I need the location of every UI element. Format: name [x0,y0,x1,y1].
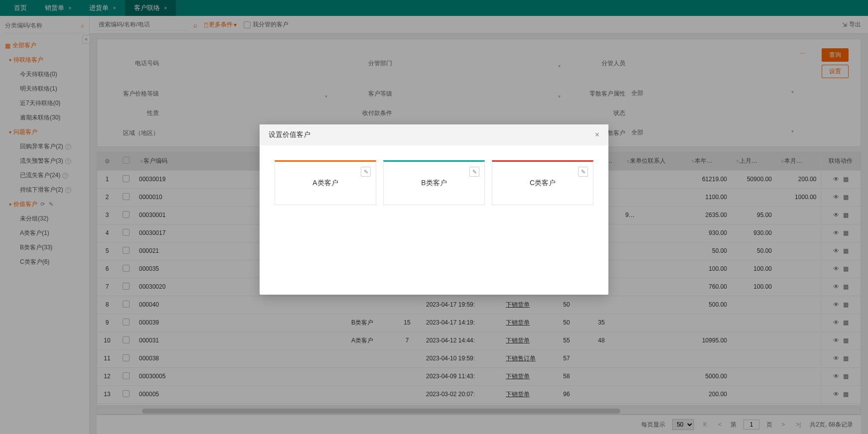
modal-close-button[interactable]: × [595,130,599,139]
value-card-a[interactable]: ✎ A类客户 [275,160,376,205]
edit-icon[interactable]: ✎ [578,167,588,177]
card-label: A类客户 [312,179,338,187]
modal-overlay[interactable]: 设置价值客户 × ✎ A类客户 ✎ B类客户 ✎ C类客户 [0,0,868,434]
value-card-c[interactable]: ✎ C类客户 [492,160,593,205]
value-customer-modal: 设置价值客户 × ✎ A类客户 ✎ B类客户 ✎ C类客户 [260,124,608,295]
edit-icon[interactable]: ✎ [361,167,371,177]
modal-title: 设置价值客户 [269,130,310,139]
card-label: C类客户 [530,179,556,187]
value-card-b[interactable]: ✎ B类客户 [383,160,485,205]
edit-icon[interactable]: ✎ [469,167,479,177]
card-label: B类客户 [421,179,446,187]
